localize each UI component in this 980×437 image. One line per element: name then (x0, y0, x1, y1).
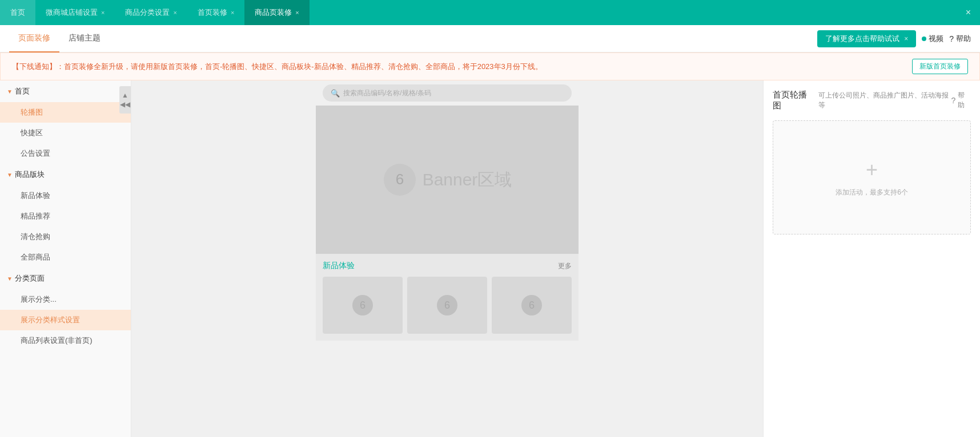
window-close-button[interactable]: × (957, 7, 980, 18)
video-link[interactable]: 视频 (922, 34, 943, 44)
sidebar-new-experience-label: 新品体验 (21, 191, 50, 201)
arrow-icon-product-block: ▼ (7, 172, 13, 178)
panel-subtitle: 可上传公司照片、商品推广图片、活动海报等 (818, 91, 951, 110)
tab-product-decor[interactable]: 商品页装修 × (244, 0, 309, 25)
product-card-2[interactable]: 6 (407, 277, 487, 334)
section-header: 新品体验 更多 (323, 261, 572, 271)
product-card-icon-1: 6 (351, 294, 374, 317)
sidebar-notice-setting-label: 公告设置 (21, 148, 50, 159)
tab-page-decor[interactable]: 页面装修 (9, 25, 59, 52)
sidebar-item-show-category[interactable]: 展示分类... (0, 289, 131, 310)
new-products-title: 新品体验 (323, 261, 355, 271)
product-card-icon-2: 6 (436, 294, 459, 317)
product-card-3[interactable]: 6 (492, 277, 572, 334)
tab-wechat-store-close[interactable]: × (101, 10, 105, 16)
help-banner-close[interactable]: × (904, 35, 908, 43)
plus-icon: + (866, 158, 878, 182)
sidebar-parent-home[interactable]: ▼ 首页 (0, 80, 131, 102)
sidebar-collapse-button[interactable]: ▲ ◀◀ (119, 86, 131, 114)
notice-text: 【下线通知】：首页装修全新升级，请使用新版首页装修，首页-轮播图、快捷区、商品板… (12, 62, 543, 72)
sidebar-item-new-experience[interactable]: 新品体验 (0, 185, 131, 206)
sidebar-product-list-setting-label: 商品列表设置(非首页) (21, 335, 93, 346)
help-banner[interactable]: 了解更多点击帮助试试 × (817, 30, 916, 47)
sidebar-banner-label: 轮播图 (21, 107, 43, 118)
sidebar-item-notice-setting[interactable]: 公告设置 (0, 143, 131, 164)
sidebar-all-products-label: 全部商品 (21, 252, 50, 262)
chevron-left-icon: ◀◀ (120, 100, 130, 108)
help-banner-text: 了解更多点击帮助试试 (825, 34, 899, 44)
store-logo-icon: 6 (383, 163, 417, 197)
banner-area[interactable]: 6 Banner区域 (316, 106, 579, 254)
banner-text-label: Banner区域 (423, 168, 512, 192)
arrow-icon-category-page: ▼ (7, 276, 13, 282)
sidebar-category-style-label: 展示分类样式设置 (21, 315, 80, 325)
help-label: 帮助 (956, 34, 971, 44)
sidebar-item-all-products[interactable]: 全部商品 (0, 247, 131, 268)
question-icon: ? (949, 34, 954, 43)
svg-text:6: 6 (444, 300, 450, 311)
phone-search-bar: 🔍 搜索商品编码/名称/规格/条码 (316, 80, 579, 106)
preview-phone: 🔍 搜索商品编码/名称/规格/条码 6 Banner区域 (316, 80, 579, 341)
tab-category-settings[interactable]: 商品分类设置 × (115, 0, 187, 25)
tab-wechat-store-label: 微商城店铺设置 (46, 7, 98, 18)
tab-home-decor-label: 首页装修 (198, 7, 227, 18)
sidebar-show-category-label: 展示分类... (21, 294, 57, 305)
svg-text:6: 6 (529, 300, 535, 311)
product-grid: 6 6 6 (323, 277, 572, 334)
video-label: 视频 (929, 34, 943, 44)
sidebar-item-shortcut[interactable]: 快捷区 (0, 123, 131, 143)
tab-home-decor-close[interactable]: × (231, 10, 234, 16)
product-card-1[interactable]: 6 (323, 277, 403, 334)
tab-store-theme-label: 店铺主题 (69, 33, 101, 43)
sidebar-section-home: ▼ 首页 轮播图 快捷区 公告设置 (0, 80, 131, 164)
banner-logo: 6 Banner区域 (383, 163, 512, 197)
right-panel: 首页轮播图 可上传公司照片、商品推广图片、活动海报等 ? 帮助 + 添加活动，最… (763, 80, 980, 437)
tab-page-decor-label: 页面装修 (18, 33, 50, 43)
sidebar-item-featured[interactable]: 精品推荐 (0, 206, 131, 226)
panel-title-group: 首页轮播图 可上传公司照片、商品推广图片、活动海报等 (773, 90, 951, 111)
tab-product-decor-close[interactable]: × (295, 10, 299, 16)
tab-bar: 首页 微商城店铺设置 × 商品分类设置 × 首页装修 × 商品页装修 × × (0, 0, 980, 25)
sidebar: ▲ ◀◀ ▼ 首页 轮播图 快捷区 公告设置 (0, 80, 131, 437)
question-circle-icon: ? (951, 96, 955, 105)
add-image-box[interactable]: + 添加活动，最多支持6个 (773, 120, 971, 234)
sidebar-shortcut-label: 快捷区 (21, 128, 43, 138)
sidebar-parent-category-page[interactable]: ▼ 分类页面 (0, 268, 131, 289)
sidebar-product-block-label: 商品版块 (15, 169, 45, 180)
tab-product-decor-label: 商品页装修 (255, 7, 292, 18)
video-dot-icon (922, 37, 926, 41)
content-area: ▲ ◀◀ ▼ 首页 轮播图 快捷区 公告设置 (0, 80, 980, 437)
tab-store-theme[interactable]: 店铺主题 (59, 25, 110, 52)
panel-help-label: 帮助 (958, 91, 971, 110)
sidebar-item-product-list-setting[interactable]: 商品列表设置(非首页) (0, 330, 131, 351)
sidebar-home-label: 首页 (15, 86, 30, 96)
preview-area: 🔍 搜索商品编码/名称/规格/条码 6 Banner区域 (131, 80, 763, 437)
add-image-text: 添加活动，最多支持6个 (836, 188, 908, 197)
tab-category-settings-close[interactable]: × (173, 10, 176, 16)
sidebar-item-banner[interactable]: 轮播图 (0, 102, 131, 123)
panel-header: 首页轮播图 可上传公司照片、商品推广图片、活动海报等 ? 帮助 (773, 90, 971, 111)
search-icon: 🔍 (331, 89, 340, 98)
more-label[interactable]: 更多 (558, 261, 572, 271)
tab-home[interactable]: 首页 (0, 0, 35, 25)
sidebar-item-category-style[interactable]: 展示分类样式设置 (0, 310, 131, 330)
new-home-decor-button[interactable]: 新版首页装修 (912, 59, 968, 74)
main-container: 页面装修 店铺主题 了解更多点击帮助试试 × 视频 ? 帮助 【下线通知】：首页… (0, 25, 980, 437)
sidebar-parent-product-block[interactable]: ▼ 商品版块 (0, 164, 131, 185)
sidebar-section-category-page: ▼ 分类页面 展示分类... 展示分类样式设置 商品列表设置(非首页) (0, 268, 131, 351)
tab-wechat-store[interactable]: 微商城店铺设置 × (35, 0, 115, 25)
sidebar-clearance-label: 清仓抢购 (21, 232, 50, 242)
product-card-icon-3: 6 (520, 294, 543, 317)
new-products-section: 新品体验 更多 6 6 (316, 254, 579, 341)
chevron-up-icon: ▲ (122, 91, 128, 99)
svg-text:6: 6 (360, 300, 366, 311)
sidebar-section-product-block: ▼ 商品版块 新品体验 精品推荐 清仓抢购 全部商品 (0, 164, 131, 268)
phone-search-input: 🔍 搜索商品编码/名称/规格/条码 (323, 84, 572, 102)
panel-help-button[interactable]: ? 帮助 (951, 91, 971, 110)
tab-home-decor[interactable]: 首页装修 × (187, 0, 244, 25)
help-link[interactable]: ? 帮助 (949, 34, 971, 44)
panel-title: 首页轮播图 (773, 90, 814, 111)
sidebar-item-clearance[interactable]: 清仓抢购 (0, 226, 131, 247)
sub-tab-bar: 页面装修 店铺主题 了解更多点击帮助试试 × 视频 ? 帮助 (0, 25, 980, 52)
sidebar-category-page-label: 分类页面 (15, 273, 45, 284)
